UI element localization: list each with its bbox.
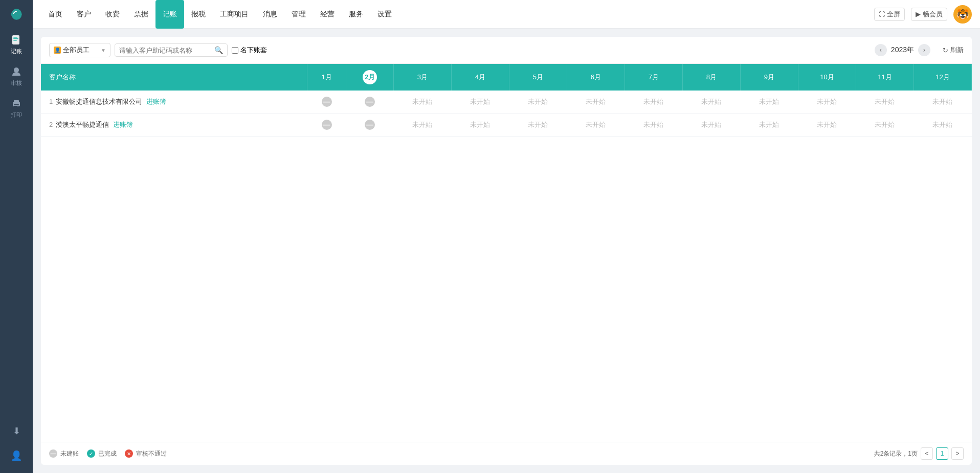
search-input[interactable] xyxy=(119,47,211,54)
cell-m4-1: 未开始 xyxy=(451,114,509,137)
table-header-row: 客户名称 1月 2月 3月 4月 5月 6月 7月 8月 9月 10月 11月 xyxy=(41,64,972,91)
cell-m2-0: — xyxy=(346,91,393,114)
sidebar-bottom: ⬇ 👤 xyxy=(0,420,33,473)
status-not-started: 未开始 xyxy=(932,98,952,105)
sidebar-item-dayin[interactable]: 打印 xyxy=(0,92,33,124)
cell-m5-0: 未开始 xyxy=(509,91,567,114)
avatar[interactable]: 🐯 xyxy=(953,5,972,24)
nav-piaoju[interactable]: 票据 xyxy=(127,0,155,29)
sidebar-item-shenhe[interactable]: 审核 xyxy=(0,60,33,92)
row-num: 2 xyxy=(49,121,53,128)
sidebar-item-jizhang[interactable]: 记账 xyxy=(0,29,33,60)
col-m6: 6月 xyxy=(567,64,625,91)
mingxia-checkbox[interactable] xyxy=(232,47,238,54)
status-not-started: 未开始 xyxy=(470,121,490,128)
status-dash-icon: — xyxy=(365,97,375,107)
content-area: 👤 全部员工 ▼ 🔍 名下账套 ‹ 2023年 xyxy=(33,29,980,473)
total-text: 共2条记录，1页 xyxy=(874,449,918,458)
svg-rect-5 xyxy=(13,102,20,106)
page-current[interactable]: 1 xyxy=(936,447,948,460)
nav-jingying[interactable]: 经营 xyxy=(313,0,342,29)
user-icon: 👤 xyxy=(10,449,23,462)
year-next-button[interactable]: › xyxy=(918,44,930,56)
status-not-started: 未开始 xyxy=(643,98,663,105)
nav-gongshang[interactable]: 工商项目 xyxy=(213,0,256,29)
vip-label: 畅会员 xyxy=(923,10,943,19)
nav-guanli[interactable]: 管理 xyxy=(284,0,313,29)
search-icon[interactable]: 🔍 xyxy=(214,46,223,54)
cell-m10-1: 未开始 xyxy=(798,114,856,137)
chevron-right-icon: › xyxy=(923,47,925,54)
svg-point-4 xyxy=(14,67,19,73)
sidebar: 记账 审核 打印 ⬇ 👤 xyxy=(0,0,33,473)
status-not-started: 未开始 xyxy=(759,98,779,105)
cell-m9-0: 未开始 xyxy=(740,91,798,114)
nav-fuwu[interactable]: 服务 xyxy=(342,0,370,29)
cell-m12-0: 未开始 xyxy=(914,91,971,114)
mingxia-checkbox-label[interactable]: 名下账套 xyxy=(232,46,267,55)
legend-not-built-label: 未建账 xyxy=(60,449,79,458)
sidebar-item-user[interactable]: 👤 xyxy=(0,444,33,467)
topnav: 首页 客户 收费 票据 记账 报税 工商项目 消息 管理 经营 服务 设置 ⛶ … xyxy=(33,0,980,29)
fullscreen-button[interactable]: ⛶ 全屏 xyxy=(874,8,905,21)
svg-rect-8 xyxy=(14,106,17,107)
cell-m7-0: 未开始 xyxy=(625,91,682,114)
status-not-started: 未开始 xyxy=(875,121,895,128)
nav-shezhi[interactable]: 设置 xyxy=(370,0,399,29)
main-area: 首页 客户 收费 票据 记账 报税 工商项目 消息 管理 经营 服务 设置 ⛶ … xyxy=(33,0,980,473)
cell-m11-0: 未开始 xyxy=(856,91,914,114)
nav-baoshui[interactable]: 报税 xyxy=(184,0,213,29)
status-not-started: 未开始 xyxy=(643,121,663,128)
page-prev-button[interactable]: < xyxy=(921,447,933,460)
sidebar-item-dayin-label: 打印 xyxy=(11,111,22,119)
cell-name-0: 1安徽畅捷通信息技术有限公司进账簿 xyxy=(41,91,307,114)
dayin-icon xyxy=(10,97,23,109)
employee-select[interactable]: 👤 全部员工 ▼ xyxy=(49,43,110,57)
enter-link[interactable]: 进账簿 xyxy=(146,98,166,105)
cell-m3-0: 未开始 xyxy=(393,91,451,114)
vip-button[interactable]: ▶ 畅会员 xyxy=(911,8,947,21)
status-not-started: 未开始 xyxy=(759,121,779,128)
nav-jizhang[interactable]: 记账 xyxy=(155,0,184,29)
cell-m12-1: 未开始 xyxy=(914,114,971,137)
nav-xiaoxi[interactable]: 消息 xyxy=(256,0,284,29)
pagination: 共2条记录，1页 < 1 > xyxy=(874,447,964,460)
table-body: 1安徽畅捷通信息技术有限公司进账簿——未开始未开始未开始未开始未开始未开始未开始… xyxy=(41,91,972,137)
svg-rect-7 xyxy=(14,104,19,105)
nav-customer[interactable]: 客户 xyxy=(70,0,98,29)
cell-m7-1: 未开始 xyxy=(625,114,682,137)
year-prev-button[interactable]: ‹ xyxy=(875,44,887,56)
col-m10: 10月 xyxy=(798,64,856,91)
cell-m6-1: 未开始 xyxy=(567,114,625,137)
footer: — 未建账 ✓ 已完成 ✕ 审核不通过 共2条记录，1 xyxy=(41,442,972,465)
customer-name: 漠澳太平畅捷通信 xyxy=(56,121,109,128)
legend-grey-icon: — xyxy=(49,449,57,458)
nav-home[interactable]: 首页 xyxy=(41,0,70,29)
mingxia-label: 名下账套 xyxy=(240,46,267,55)
content-card: 👤 全部员工 ▼ 🔍 名下账套 ‹ 2023年 xyxy=(41,37,972,465)
vip-icon: ▶ xyxy=(916,10,921,18)
col-m4: 4月 xyxy=(451,64,509,91)
svg-rect-3 xyxy=(13,40,17,41)
status-not-started: 未开始 xyxy=(701,98,721,105)
page-next-button[interactable]: > xyxy=(951,447,964,460)
status-dash-icon: — xyxy=(365,120,375,130)
status-not-started: 未开始 xyxy=(470,98,490,105)
status-not-started: 未开始 xyxy=(412,98,432,105)
cell-m1-0: — xyxy=(307,91,346,114)
legend-not-built: — 未建账 xyxy=(49,449,79,458)
table-row: 1安徽畅捷通信息技术有限公司进账簿——未开始未开始未开始未开始未开始未开始未开始… xyxy=(41,91,972,114)
cell-m5-1: 未开始 xyxy=(509,114,567,137)
refresh-button[interactable]: ↻ 刷新 xyxy=(943,46,964,55)
status-not-started: 未开始 xyxy=(817,98,837,105)
cell-m8-0: 未开始 xyxy=(682,91,740,114)
nav-shoufei[interactable]: 收费 xyxy=(98,0,127,29)
enter-link[interactable]: 进账簿 xyxy=(113,121,133,128)
status-not-started: 未开始 xyxy=(875,98,895,105)
sidebar-item-download[interactable]: ⬇ xyxy=(0,420,33,442)
svg-rect-6 xyxy=(14,100,19,102)
col-m12: 12月 xyxy=(914,64,971,91)
status-not-started: 未开始 xyxy=(586,98,606,105)
fullscreen-label: 全屏 xyxy=(887,10,900,19)
employee-icon: 👤 xyxy=(54,47,61,54)
